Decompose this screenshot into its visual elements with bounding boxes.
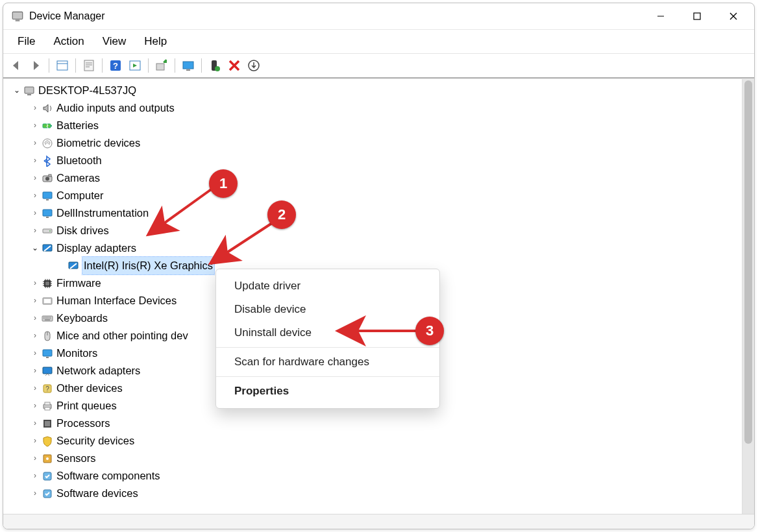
chevron-right-icon[interactable]: › xyxy=(29,432,41,450)
menu-action[interactable]: Action xyxy=(44,32,93,51)
toolbar-properties[interactable] xyxy=(80,57,98,74)
tree-node[interactable]: › Sensors xyxy=(3,450,742,467)
scrollbar-thumb[interactable] xyxy=(744,80,752,444)
chevron-right-icon[interactable]: › xyxy=(29,345,41,362)
menu-file[interactable]: File xyxy=(8,32,44,51)
tree-node-label: Audio inputs and outputs xyxy=(56,99,175,117)
svg-rect-34 xyxy=(84,60,93,71)
toolbar-enable[interactable] xyxy=(206,57,224,74)
tree-node[interactable]: › Computer xyxy=(3,187,742,204)
mouse-icon xyxy=(41,330,54,342)
window-title: Device Manager xyxy=(29,10,105,22)
chevron-right-icon[interactable]: › xyxy=(29,204,41,222)
svg-text:?: ? xyxy=(113,61,118,71)
tree-node[interactable]: › Biometric devices xyxy=(3,134,742,152)
monitor-icon xyxy=(41,190,54,202)
tree-node[interactable]: › Processors xyxy=(3,415,742,432)
svg-rect-33 xyxy=(57,61,67,70)
context-menu-item[interactable]: Properties xyxy=(216,380,439,403)
chevron-right-icon[interactable]: › xyxy=(29,362,41,380)
device-manager-window: Device Manager File Action View Help ? xyxy=(3,3,755,529)
toolbar-update-driver[interactable] xyxy=(153,57,171,74)
toolbar-add-legacy[interactable] xyxy=(245,57,263,74)
context-menu-item[interactable]: Scan for hardware changes xyxy=(216,350,439,374)
svg-line-44 xyxy=(148,188,213,235)
context-menu-item[interactable]: Update driver xyxy=(216,274,439,298)
menu-view[interactable]: View xyxy=(93,32,136,51)
tree-node[interactable]: › Disk drives xyxy=(3,222,742,239)
svg-line-45 xyxy=(210,222,274,263)
display-icon xyxy=(41,243,54,254)
tree-node-label: Security devices xyxy=(56,432,134,450)
context-menu-item[interactable]: Disable device xyxy=(216,298,439,321)
menu-help[interactable]: Help xyxy=(135,32,176,51)
tree-node[interactable]: › Software devices xyxy=(3,485,742,502)
chevron-right-icon[interactable]: › xyxy=(29,152,41,169)
tree-node[interactable]: › Cameras xyxy=(3,169,742,187)
tree-node-label: DESKTOP-4L537JQ xyxy=(38,82,136,99)
tree-node[interactable]: ⌄ Display adapters xyxy=(3,239,742,257)
tree-node[interactable]: › DellInstrumentation xyxy=(3,204,742,222)
toolbar-forward[interactable] xyxy=(27,57,45,74)
minimize-button[interactable] xyxy=(643,4,679,29)
chevron-right-icon[interactable]: › xyxy=(29,117,41,134)
tree-node-label: Cameras xyxy=(56,169,100,187)
toolbar: ? xyxy=(3,54,754,79)
chevron-down-icon[interactable]: ⌄ xyxy=(29,239,41,257)
tree-node-label: Batteries xyxy=(56,117,99,134)
cpu-icon xyxy=(41,418,54,429)
tree-node[interactable]: › Bluetooth xyxy=(3,152,742,169)
chevron-right-icon[interactable]: › xyxy=(29,327,41,345)
chevron-right-icon[interactable]: › xyxy=(29,187,41,204)
toolbar-back[interactable] xyxy=(7,57,25,74)
svg-point-42 xyxy=(215,66,220,71)
chevron-right-icon[interactable]: › xyxy=(29,485,41,502)
drive-icon xyxy=(41,225,54,237)
vertical-scrollbar[interactable] xyxy=(742,79,754,514)
chevron-right-icon[interactable]: › xyxy=(29,397,41,415)
keyboard-icon xyxy=(41,313,54,324)
chevron-right-icon[interactable]: › xyxy=(29,134,41,152)
software-icon xyxy=(41,470,54,482)
tree-node-label: Sensors xyxy=(56,450,96,467)
toolbar-help[interactable]: ? xyxy=(106,57,125,74)
maximize-button[interactable] xyxy=(679,4,715,29)
context-menu-separator xyxy=(216,376,439,377)
chevron-right-icon[interactable]: › xyxy=(29,222,41,239)
tree-node-label: Software devices xyxy=(56,485,138,502)
tree-node-label: Computer xyxy=(56,187,103,204)
svg-rect-32 xyxy=(694,13,700,19)
toolbar-action[interactable] xyxy=(126,57,144,74)
chevron-right-icon[interactable]: › xyxy=(29,415,41,432)
battery-icon xyxy=(41,120,54,132)
chevron-right-icon[interactable]: › xyxy=(29,169,41,187)
svg-rect-38 xyxy=(156,64,164,70)
chevron-right-icon[interactable]: › xyxy=(29,380,41,397)
app-icon xyxy=(11,10,24,23)
tree-node-label: DellInstrumentation xyxy=(56,204,149,222)
tree-node[interactable]: › Audio inputs and outputs xyxy=(3,99,742,117)
tree-node[interactable]: › Security devices xyxy=(3,432,742,450)
toolbar-scan-hardware[interactable] xyxy=(179,57,197,74)
fingerprint-icon xyxy=(41,138,54,149)
tree-node[interactable]: › Batteries xyxy=(3,117,742,134)
chevron-right-icon[interactable]: › xyxy=(29,450,41,467)
chevron-down-icon[interactable]: ⌄ xyxy=(11,82,23,99)
chevron-right-icon[interactable]: › xyxy=(29,467,41,485)
tree-node[interactable]: ⌄ DESKTOP-4L537JQ xyxy=(3,82,742,99)
tree-node-label: Bluetooth xyxy=(56,152,102,169)
chevron-right-icon[interactable]: › xyxy=(29,309,41,327)
tree-node-label: Network adapters xyxy=(56,362,140,380)
chevron-right-icon[interactable]: › xyxy=(29,292,41,309)
display-icon xyxy=(67,260,80,272)
statusbar xyxy=(3,514,754,529)
toolbar-show-hidden[interactable] xyxy=(53,57,71,74)
chevron-right-icon[interactable]: › xyxy=(29,99,41,117)
software-icon xyxy=(41,488,54,500)
tree-node[interactable]: › Software components xyxy=(3,467,742,485)
close-button[interactable] xyxy=(715,4,752,29)
chevron-right-icon[interactable]: › xyxy=(29,274,41,292)
toolbar-uninstall[interactable] xyxy=(225,57,243,74)
annotation-badge-2: 2 xyxy=(267,200,296,229)
speaker-icon xyxy=(41,103,54,114)
